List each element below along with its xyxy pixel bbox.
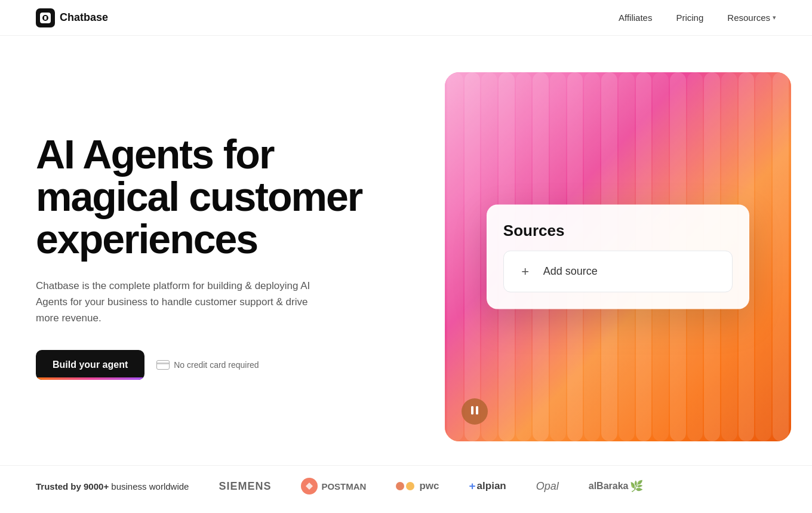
- svg-rect-1: [44, 16, 47, 20]
- pause-icon: [470, 406, 479, 417]
- hero-actions: Build your agent No credit card required: [36, 350, 421, 380]
- build-agent-button[interactable]: Build your agent: [36, 350, 144, 380]
- headline-line3: experiences: [36, 216, 257, 262]
- logo-text: Chatbase: [60, 11, 108, 24]
- nav-resources[interactable]: Resources ▾: [727, 13, 776, 23]
- trusted-label: Trusted by 9000+ business worldwide: [36, 481, 189, 492]
- hero-right: Sources + Add source: [445, 72, 791, 441]
- siemens-logo: SIEMENS: [219, 480, 271, 493]
- hero-headline: AI Agents for magical customer experienc…: [36, 133, 421, 261]
- add-source-label: Add source: [543, 265, 598, 278]
- opal-logo: Opal: [536, 480, 559, 493]
- trusted-section: Trusted by 9000+ business worldwide SIEM…: [0, 465, 812, 513]
- pwc-dot-orange: [406, 482, 414, 490]
- credit-card-icon: [156, 360, 170, 370]
- svg-rect-3: [476, 406, 478, 414]
- pwc-dot-red: [396, 482, 404, 490]
- headline-line1: AI Agents for: [36, 131, 273, 177]
- pause-button[interactable]: [462, 398, 488, 425]
- hero-left: AI Agents for magical customer experienc…: [36, 133, 421, 380]
- albaraka-logo: alBaraka 🌿: [589, 480, 644, 493]
- sources-card-title: Sources: [503, 221, 733, 239]
- no-credit-notice: No credit card required: [156, 360, 259, 370]
- logo-icon: [36, 8, 55, 27]
- albaraka-leaf: 🌿: [630, 480, 643, 493]
- alpian-plus: +: [469, 480, 476, 493]
- stripe: [755, 72, 771, 441]
- plus-icon: +: [516, 262, 535, 281]
- stripe: [465, 72, 481, 441]
- postman-logo: POSTMAN: [301, 478, 366, 494]
- pwc-label: pwc: [419, 480, 439, 492]
- albaraka-label: alBaraka: [589, 481, 629, 492]
- alpian-label: alpian: [477, 480, 506, 492]
- nav-pricing[interactable]: Pricing: [676, 13, 703, 23]
- chevron-down-icon: ▾: [773, 14, 776, 21]
- alpian-logo: + alpian: [469, 480, 506, 493]
- resources-label: Resources: [727, 13, 770, 23]
- postman-icon: [301, 478, 318, 494]
- pwc-dots: [396, 482, 414, 490]
- hero-section: AI Agents for magical customer experienc…: [0, 36, 812, 465]
- hero-description: Chatbase is the complete platform for bu…: [36, 278, 322, 327]
- add-source-button[interactable]: + Add source: [503, 250, 733, 292]
- navbar: Chatbase Affiliates Pricing Resources ▾: [0, 0, 812, 36]
- svg-rect-2: [471, 406, 473, 414]
- stripe: [447, 72, 463, 441]
- nav-affiliates[interactable]: Affiliates: [619, 13, 652, 23]
- pwc-logo: pwc: [396, 480, 439, 492]
- logo-link[interactable]: Chatbase: [36, 8, 108, 27]
- headline-line2: magical customer: [36, 174, 362, 219]
- postman-label: POSTMAN: [321, 481, 366, 492]
- sources-card: Sources + Add source: [487, 204, 749, 309]
- hero-visual: Sources + Add source: [445, 72, 791, 441]
- no-credit-text: No credit card required: [174, 360, 259, 370]
- trusted-logos: SIEMENS POSTMAN pwc + alpian Opal: [219, 478, 643, 494]
- stripe: [773, 72, 789, 441]
- nav-links: Affiliates Pricing Resources ▾: [619, 13, 776, 23]
